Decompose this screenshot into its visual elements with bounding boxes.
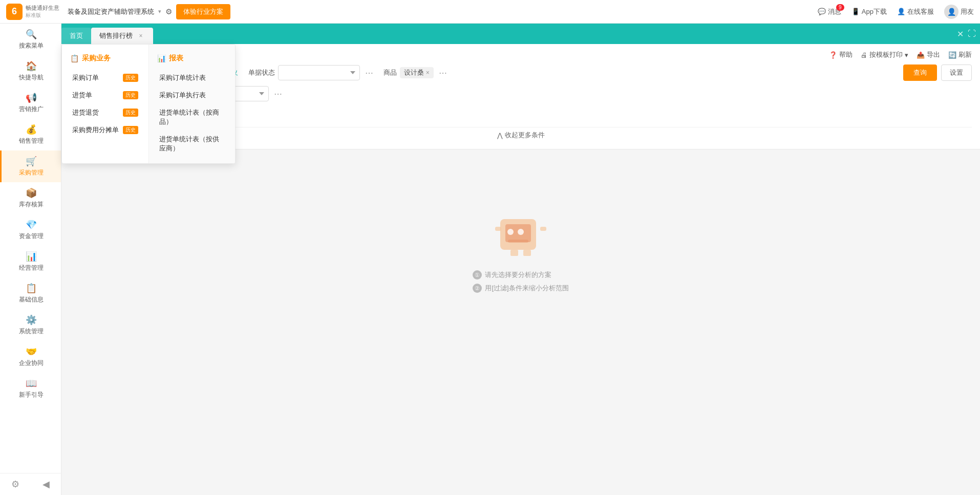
user-btn[interactable]: 👤 用友 xyxy=(944,5,974,19)
purchase-order-history: 历史 xyxy=(123,74,138,82)
system-title: 装备及固定资产辅助管理系统 xyxy=(68,7,154,16)
staff-more[interactable]: ⋯ xyxy=(272,89,284,99)
logo-text-block: 畅捷通好生意 标准版 xyxy=(26,4,59,18)
tab-close-window-icon[interactable]: ✕ xyxy=(957,29,964,39)
export-icon: 📤 xyxy=(917,51,925,59)
doc-status-more[interactable]: ⋯ xyxy=(363,68,375,78)
sidebar-label-system: 系统管理 xyxy=(19,327,44,336)
sidebar-label-inventory: 库存核算 xyxy=(19,200,44,209)
logo-icon: 6 xyxy=(6,4,23,20)
print-label: 按模板打印 xyxy=(869,50,903,59)
bottom-settings-icon[interactable]: ⚙ xyxy=(11,479,19,490)
empty-illustration xyxy=(490,209,551,260)
sidebar-item-quick[interactable]: 🏠 快捷导航 xyxy=(0,55,61,87)
query-button[interactable]: 查询 xyxy=(903,64,937,81)
user-label: 用友 xyxy=(961,7,974,16)
sidebar-item-purchase[interactable]: 🛒 采购管理 xyxy=(0,150,61,182)
app-download-label: App下载 xyxy=(862,7,887,16)
industry-btn[interactable]: 体验行业方案 xyxy=(176,4,230,19)
message-btn[interactable]: 💬 消息 9 xyxy=(818,7,841,16)
refresh-icon: 🔄 xyxy=(948,51,956,59)
doc-status-label: 单据状态 xyxy=(248,68,275,77)
purchase-report-label: 报表 xyxy=(169,54,183,63)
tab-close-icon[interactable]: × xyxy=(137,32,145,40)
svg-rect-7 xyxy=(510,250,518,256)
sidebar-label-guide: 新手引导 xyxy=(19,391,44,399)
purchase-business-icon: 📋 xyxy=(70,54,79,62)
tip2: 用[过滤]条件来缩小分析范围 xyxy=(485,282,568,295)
help-icon: ❓ xyxy=(829,51,837,59)
menu-receipt-by-goods[interactable]: 进货单统计表（按商品） xyxy=(153,104,231,131)
stock-receipt-label: 进货单 xyxy=(72,91,92,100)
tab-home[interactable]: 首页 xyxy=(61,28,91,44)
purchase-order-label: 采购订单 xyxy=(72,73,99,82)
goods-tag-close[interactable]: × xyxy=(426,69,430,76)
print-btn[interactable]: 🖨 按模板打印 ▾ xyxy=(861,50,908,59)
menu-purchase-order[interactable]: 采购订单 历史 xyxy=(66,69,144,87)
sidebar-label-search: 搜索菜单 xyxy=(19,41,44,50)
bottom-collapse-icon[interactable]: ◀ xyxy=(42,479,50,490)
empty-robot-svg xyxy=(490,209,551,260)
receipt-by-supplier-label: 进货单统计表（按供应商） xyxy=(159,135,225,153)
tab-bar-actions: ✕ ⛶ xyxy=(957,29,976,39)
message-icon: 💬 xyxy=(818,8,826,15)
system-settings-icon[interactable]: ⚙ xyxy=(165,7,172,16)
tab-sales-rank-label: 销售排行榜 xyxy=(99,31,133,40)
top-bar: 6 畅捷通好生意 标准版 装备及固定资产辅助管理系统 ▾ ⚙ 体验行业方案 💬 … xyxy=(0,0,980,24)
sidebar-item-guide[interactable]: 📖 新手引导 xyxy=(0,373,61,404)
purchase-expense-history: 历史 xyxy=(123,126,138,134)
online-service-btn[interactable]: 👤 在线客服 xyxy=(897,7,934,16)
sidebar-item-search[interactable]: 🔍 搜索菜单 xyxy=(0,24,61,55)
menu-purchase-expense[interactable]: 采购费用分摊单 历史 xyxy=(66,121,144,139)
sidebar-item-operation[interactable]: 📊 经营管理 xyxy=(0,246,61,277)
sidebar-item-sales[interactable]: 💰 销售管理 xyxy=(0,119,61,150)
stock-receipt-history: 历史 xyxy=(123,91,138,99)
user-avatar: 👤 xyxy=(944,5,958,19)
sidebar-item-basic[interactable]: 📋 基础信息 xyxy=(0,277,61,309)
svg-point-3 xyxy=(518,229,524,235)
menu-stock-return[interactable]: 进货退货 历史 xyxy=(66,104,144,121)
tab-expand-icon[interactable]: ⛶ xyxy=(968,29,976,39)
sidebar-item-inventory[interactable]: 📦 库存核算 xyxy=(0,182,61,214)
app-download-btn[interactable]: 📱 App下载 xyxy=(851,7,887,16)
sidebar-label-coop: 企业协同 xyxy=(19,359,44,368)
menu-receipt-by-supplier[interactable]: 进货单统计表（按供应商） xyxy=(153,131,231,157)
doc-status-select[interactable] xyxy=(278,65,360,80)
sidebar-item-coop[interactable]: 🤝 企业协同 xyxy=(0,341,61,373)
inventory-icon: 📦 xyxy=(26,187,37,199)
sales-icon: 💰 xyxy=(26,124,37,135)
goods-more[interactable]: ⋯ xyxy=(437,68,449,78)
system-dropdown-arrow[interactable]: ▾ xyxy=(158,8,161,15)
svg-rect-8 xyxy=(523,250,531,256)
menu-po-exec[interactable]: 采购订单执行表 xyxy=(153,87,231,104)
collapse-arrow-icon: ⋀ xyxy=(497,132,503,139)
online-service-label: 在线客服 xyxy=(907,7,934,16)
step1-num: ① xyxy=(473,270,482,279)
finance-icon: 💎 xyxy=(26,219,37,230)
help-btn[interactable]: ❓ 帮助 xyxy=(829,50,853,59)
purchase-icon: 🛒 xyxy=(26,156,37,167)
sidebar-item-finance[interactable]: 💎 资金管理 xyxy=(0,214,61,246)
menu-po-stat[interactable]: 采购订单统计表 xyxy=(153,69,231,87)
svg-rect-6 xyxy=(540,227,546,231)
svg-rect-4 xyxy=(508,240,528,243)
sidebar-label-marketing: 营销推广 xyxy=(19,105,44,114)
settings-button[interactable]: 设置 xyxy=(941,64,972,81)
sidebar-label-finance: 资金管理 xyxy=(19,232,44,241)
tip1: 请先选择要分析的方案 xyxy=(485,268,551,282)
sidebar-label-sales: 销售管理 xyxy=(19,137,44,145)
guide-icon: 📖 xyxy=(26,378,37,389)
logo-area: 6 畅捷通好生意 标准版 xyxy=(6,4,68,20)
sidebar-label-basic: 基础信息 xyxy=(19,295,44,304)
sidebar-item-system[interactable]: ⚙️ 系统管理 xyxy=(0,309,61,341)
tab-sales-rank[interactable]: 销售排行榜 × xyxy=(91,28,153,44)
menu-stock-receipt[interactable]: 进货单 历史 xyxy=(66,87,144,104)
export-btn[interactable]: 📤 导出 xyxy=(917,50,940,59)
refresh-btn[interactable]: 🔄 刷新 xyxy=(948,50,972,59)
doc-status-filter: 单据状态 ⋯ xyxy=(248,65,375,80)
sidebar-item-marketing[interactable]: 📢 营销推广 xyxy=(0,87,61,119)
stock-return-label: 进货退货 xyxy=(72,108,99,117)
print-arrow: ▾ xyxy=(905,51,908,59)
sidebar-bottom: ⚙ ◀ xyxy=(0,473,61,495)
empty-tips: ① 请先选择要分析的方案 ② 用[过滤]条件来缩小分析范围 xyxy=(473,268,568,295)
